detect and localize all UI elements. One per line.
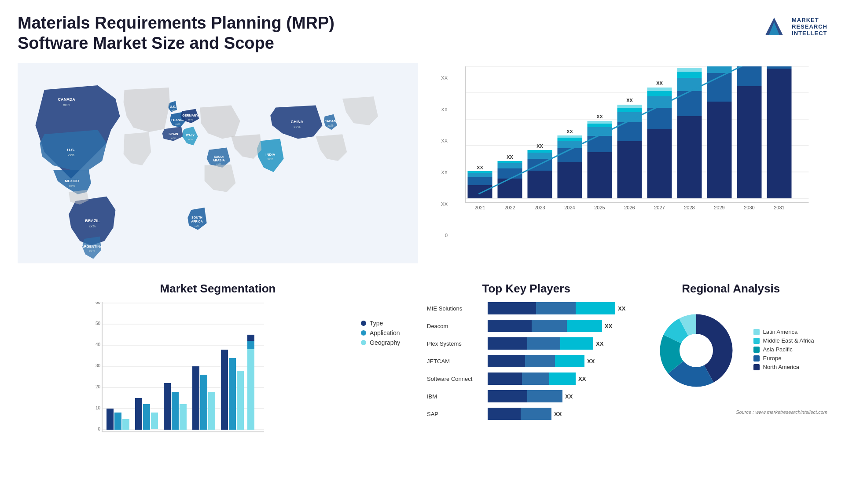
segmentation-section: Market Segmentation 0 10 20 30 40 50 60 [18,282,418,500]
svg-rect-145 [237,371,244,430]
svg-rect-55 [528,171,552,198]
svg-text:AFRICA: AFRICA [191,220,203,223]
svg-rect-63 [558,141,582,148]
svg-text:SAUDI: SAUDI [214,155,224,158]
svg-text:60: 60 [96,302,101,305]
segmentation-chart-svg: 0 10 20 30 40 50 60 [18,302,334,434]
svg-text:20: 20 [96,384,101,389]
europe-color [753,355,760,362]
player-name: Software Connect [427,376,484,382]
latin-america-label: Latin America [763,329,798,335]
north-america-color [753,364,760,370]
svg-rect-85 [647,91,672,96]
svg-rect-58 [528,150,552,153]
legend-item-geography: Geography [361,339,418,346]
svg-rect-43 [468,185,492,198]
legend-label-application: Application [370,329,400,336]
regional-title: Regional Analysis [634,282,827,296]
svg-text:CANADA: CANADA [58,98,76,102]
svg-rect-72 [588,121,612,124]
svg-text:XX: XX [656,80,663,86]
svg-text:xx%: xx% [188,118,193,121]
bottom-right: Top Key Players MIE Solutions XX [427,282,827,500]
middle-east-color [753,338,760,344]
svg-rect-150 [247,349,254,430]
svg-text:10: 10 [96,405,101,410]
svg-rect-61 [558,162,582,198]
svg-text:2025: 2025 [594,205,605,210]
svg-text:CHINA: CHINA [291,120,304,124]
svg-rect-89 [677,116,702,198]
svg-rect-135 [164,383,171,430]
legend-asia-pacific: Asia Pacific [753,346,814,353]
svg-text:30: 30 [96,363,101,368]
svg-text:2031: 2031 [774,205,784,210]
application-dot [361,330,366,336]
player-name: JETCAM [427,358,484,365]
svg-text:xx%: xx% [63,103,70,107]
svg-text:xx%: xx% [294,125,300,129]
svg-rect-86 [647,88,672,91]
svg-text:MEXICO: MEXICO [65,179,79,183]
svg-text:xx%: xx% [170,109,176,112]
header: Materials Requirements Planning (MRP) So… [18,13,827,53]
svg-rect-82 [647,129,672,198]
svg-text:2028: 2028 [684,205,694,210]
svg-point-157 [680,334,713,367]
svg-rect-137 [180,404,187,430]
svg-rect-101 [737,86,762,198]
svg-rect-132 [143,404,150,430]
svg-text:2024: 2024 [199,434,209,434]
player-bar-container: XX [488,408,625,420]
regional-section: Regional Analysis [634,282,827,500]
svg-rect-133 [151,413,158,429]
svg-text:XX: XX [626,98,633,103]
world-map: CANADA xx% U.S. xx% MEXICO xx% BRAZIL xx… [18,62,418,264]
svg-rect-140 [200,375,207,430]
player-val: XX [587,358,595,365]
svg-text:2025: 2025 [228,434,238,434]
player-sap: SAP XX [427,408,625,420]
svg-rect-44 [468,177,492,185]
map-section: CANADA xx% U.S. xx% MEXICO xx% BRAZIL xx… [18,62,418,273]
svg-text:2026: 2026 [249,434,259,434]
market-bar-chart: 0 XX XX XX XX XX [427,62,827,273]
svg-text:INDIA: INDIA [265,153,275,157]
svg-rect-127 [107,409,114,430]
svg-text:2027: 2027 [654,205,665,210]
svg-text:2029: 2029 [714,205,724,210]
top-players-section: Top Key Players MIE Solutions XX [427,282,625,500]
legend-europe: Europe [753,355,814,362]
legend-middle-east-africa: Middle East & Africa [753,337,814,344]
bar-chart-svg: XX 2021 XX 2022 XX 2023 [451,66,823,234]
logo-area: MARKET RESEARCH INTELLECT [761,13,827,40]
svg-rect-75 [617,141,642,198]
player-name: MIE Solutions [427,305,484,312]
svg-text:2024: 2024 [564,205,575,210]
svg-rect-64 [558,138,582,141]
svg-rect-144 [229,358,236,430]
svg-rect-129 [122,419,129,430]
svg-rect-136 [172,392,179,430]
player-jetcam: JETCAM XX [427,355,625,367]
source-text: Source : www.marketresearchintellect.com [736,409,827,415]
svg-rect-78 [617,108,642,112]
player-val: XX [554,411,562,417]
svg-text:xx%: xx% [188,139,193,141]
svg-text:xx%: xx% [195,225,200,227]
type-dot [361,321,366,326]
svg-rect-128 [114,413,121,430]
player-name: Deacom [427,323,484,329]
latin-america-color [753,329,760,335]
svg-text:GERMANY: GERMANY [182,114,198,117]
player-ibm: IBM XX [427,390,625,402]
legend-label-type: Type [370,320,383,327]
svg-text:BRAZIL: BRAZIL [85,219,100,223]
svg-rect-57 [528,153,552,159]
svg-text:xx%: xx% [69,184,75,187]
svg-rect-68 [588,152,612,198]
svg-text:XX: XX [536,143,543,149]
player-bar-container: XX [488,373,625,385]
svg-rect-141 [208,392,215,430]
svg-rect-98 [707,66,732,73]
